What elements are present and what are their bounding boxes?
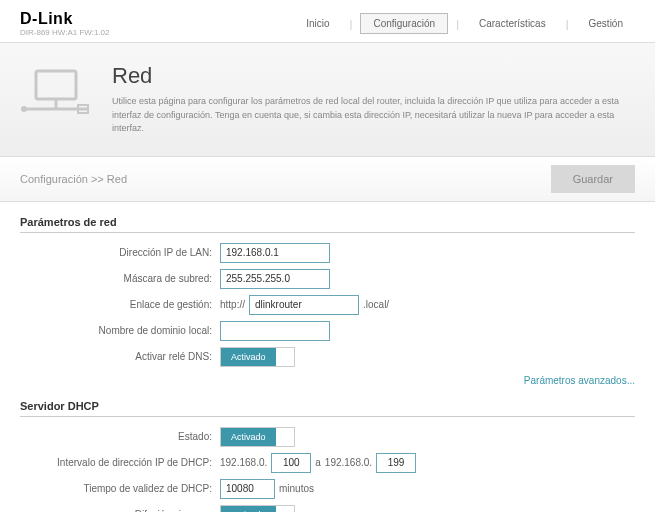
nav-inicio[interactable]: Inicio	[294, 14, 341, 33]
svg-rect-0	[36, 71, 76, 99]
row-dhcp-lease: Tiempo de validez de DHCP: minutos	[20, 479, 635, 499]
page-title: Red	[112, 63, 635, 89]
dhcp-status-toggle[interactable]: Activado	[220, 427, 295, 447]
local-domain-input[interactable]	[220, 321, 330, 341]
nav-sep: |	[456, 18, 459, 30]
header: D-Link DIR-869 HW:A1 FW:1.02 Inicio | Co…	[0, 0, 655, 43]
banner-text: Red Utilice esta página para configurar …	[112, 63, 635, 136]
lan-ip-input[interactable]	[220, 243, 330, 263]
nav-sep: |	[350, 18, 353, 30]
nav-caracteristicas[interactable]: Características	[467, 14, 558, 33]
toggle-handle	[276, 506, 294, 513]
dhcp-status-label: Estado:	[20, 431, 220, 442]
breadcrumb: Configuración >> Red	[20, 173, 551, 185]
dhcp-range-start-input[interactable]	[271, 453, 311, 473]
row-lan-ip: Dirección IP de LAN:	[20, 243, 635, 263]
network-icon	[20, 63, 92, 136]
toggle-on-label: Activado	[221, 348, 276, 366]
lan-ip-label: Dirección IP de LAN:	[20, 247, 220, 258]
row-dhcp-status: Estado: Activado	[20, 427, 635, 447]
section-dhcp-title: Servidor DHCP	[20, 400, 635, 417]
mgmt-prefix: http://	[220, 299, 245, 310]
nav-configuracion[interactable]: Configuración	[360, 13, 448, 34]
breadcrumb-row: Configuración >> Red Guardar	[0, 157, 655, 202]
model-label: DIR-869 HW:A1 FW:1.02	[20, 28, 110, 37]
svg-point-3	[21, 106, 27, 112]
page-description: Utilice esta página para configurar los …	[112, 95, 635, 136]
dhcp-lease-label: Tiempo de validez de DHCP:	[20, 483, 220, 494]
nav-gestion[interactable]: Gestión	[577, 14, 635, 33]
dhcp-lease-input[interactable]	[220, 479, 275, 499]
toggle-on-label: Activado	[221, 428, 276, 446]
dhcp-range-end-input[interactable]	[376, 453, 416, 473]
row-local-domain: Nombre de dominio local:	[20, 321, 635, 341]
dhcp-range-label: Intervalo de dirección IP de DHCP:	[20, 457, 220, 468]
banner: Red Utilice esta página para configurar …	[0, 43, 655, 157]
always-broadcast-toggle[interactable]: Activado	[220, 505, 295, 513]
row-mgmt-link: Enlace de gestión: http:// .local/	[20, 295, 635, 315]
brand-logo: D-Link	[20, 10, 110, 28]
subnet-mask-label: Máscara de subred:	[20, 273, 220, 284]
save-button[interactable]: Guardar	[551, 165, 635, 193]
nav-sep: |	[566, 18, 569, 30]
section-network-title: Parámetros de red	[20, 216, 635, 233]
lease-unit: minutos	[279, 483, 314, 494]
range-prefix-1: 192.168.0.	[220, 457, 267, 468]
row-dhcp-range: Intervalo de dirección IP de DHCP: 192.1…	[20, 453, 635, 473]
subnet-mask-input[interactable]	[220, 269, 330, 289]
toggle-handle	[276, 348, 294, 366]
advanced-params-link[interactable]: Parámetros avanzados...	[20, 375, 635, 386]
mgmt-link-input[interactable]	[249, 295, 359, 315]
row-dns-relay: Activar relé DNS: Activado	[20, 347, 635, 367]
content: Parámetros de red Dirección IP de LAN: M…	[0, 202, 655, 513]
dns-relay-toggle[interactable]: Activado	[220, 347, 295, 367]
row-subnet-mask: Máscara de subred:	[20, 269, 635, 289]
range-sep: a	[315, 457, 321, 468]
local-domain-label: Nombre de dominio local:	[20, 325, 220, 336]
dns-relay-label: Activar relé DNS:	[20, 351, 220, 362]
range-prefix-2: 192.168.0.	[325, 457, 372, 468]
toggle-handle	[276, 428, 294, 446]
toggle-on-label: Activado	[221, 506, 276, 513]
logo-area: D-Link DIR-869 HW:A1 FW:1.02	[20, 10, 110, 37]
row-always-broadcast: Difusión siempre: Activado	[20, 505, 635, 513]
mgmt-link-label: Enlace de gestión:	[20, 299, 220, 310]
mgmt-suffix: .local/	[363, 299, 389, 310]
top-nav: Inicio | Configuración | Características…	[110, 13, 635, 34]
